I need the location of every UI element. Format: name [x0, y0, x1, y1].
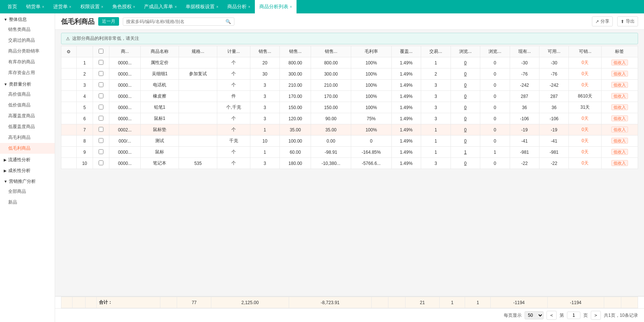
close-icon[interactable]: ×: [216, 5, 218, 9]
select-all-checkbox[interactable]: [99, 49, 103, 54]
sidebar-item-high-margin[interactable]: 高毛利商品: [0, 132, 55, 143]
cell-browse-a[interactable]: 0: [451, 158, 480, 169]
col-spec[interactable]: 规格...: [179, 46, 217, 57]
export-button[interactable]: ⬆ 导出: [617, 16, 638, 26]
sidebar-group-overall[interactable]: ▼ 整体信息: [0, 13, 55, 24]
col-coverage[interactable]: 覆盖...: [391, 46, 421, 57]
col-browse-a[interactable]: 浏览...: [451, 46, 480, 57]
header-actions: ↗ 分享 ⬆ 导出: [592, 16, 638, 26]
cell-checkbox[interactable]: [93, 158, 109, 169]
search-input[interactable]: [126, 19, 225, 24]
col-sale-qty[interactable]: 销售...: [250, 46, 279, 57]
row-checkbox[interactable]: [99, 82, 103, 87]
row-checkbox[interactable]: [99, 60, 103, 65]
sidebar-group-circulation[interactable]: ▶ 流通性分析: [0, 154, 55, 165]
col-browse-b[interactable]: 浏览...: [480, 46, 510, 57]
col-gross-rate[interactable]: 毛利率: [351, 46, 391, 57]
search-icon[interactable]: 🔍: [225, 19, 231, 24]
nav-product-inbound[interactable]: 产成品入库单 ×: [140, 0, 181, 13]
col-saleable[interactable]: 可销...: [569, 46, 601, 57]
cell-checkbox[interactable]: [93, 113, 109, 124]
cell-saleable: 0天: [569, 147, 601, 158]
share-button[interactable]: ↗ 分享: [592, 16, 613, 26]
sidebar-group-cluster[interactable]: ▼ 类群量分析: [0, 78, 55, 89]
sidebar-item-low-value[interactable]: 低价值商品: [0, 100, 55, 111]
row-checkbox[interactable]: [99, 116, 103, 121]
page-size-select[interactable]: 50 100 200: [525, 311, 544, 319]
cell-browse-a[interactable]: 0: [451, 80, 480, 91]
col-code[interactable]: 商...: [109, 46, 141, 57]
col-sale-profit[interactable]: 销售...: [311, 46, 351, 57]
sidebar-item-high-value[interactable]: 高价值商品: [0, 89, 55, 100]
nav-product-analysis-list[interactable]: 商品分析列表 ×: [255, 0, 297, 13]
cell-num: 3: [76, 80, 93, 91]
cell-saleable: 31天: [569, 102, 601, 113]
close-icon[interactable]: ×: [174, 5, 177, 9]
col-sale-amount[interactable]: 销售...: [280, 46, 311, 57]
cell-checkbox[interactable]: [93, 80, 109, 91]
cell-checkbox[interactable]: [93, 147, 109, 158]
cell-checkbox[interactable]: [93, 57, 109, 68]
nav-permission-settings[interactable]: 权限设置 ×: [76, 0, 108, 13]
row-checkbox[interactable]: [99, 149, 103, 154]
cell-browse-a[interactable]: 0: [451, 68, 480, 80]
page-number-input[interactable]: [567, 312, 580, 319]
nav-template-settings[interactable]: 单据模板设置 ×: [181, 0, 223, 13]
close-icon[interactable]: ×: [290, 5, 292, 9]
cell-browse-a[interactable]: 0: [451, 113, 480, 124]
sidebar-item-stocked-products[interactable]: 有库存的商品: [0, 57, 55, 67]
col-setting[interactable]: ⚙: [61, 46, 77, 57]
footer-tag: [621, 297, 638, 308]
cell-checkbox[interactable]: [93, 68, 109, 80]
cell-browse-a[interactable]: 0: [451, 124, 480, 136]
close-icon[interactable]: ×: [42, 5, 44, 9]
cell-browse-a[interactable]: 0: [451, 57, 480, 68]
nav-sales-order[interactable]: 销货单 ×: [22, 0, 49, 13]
col-checkbox[interactable]: [93, 46, 109, 57]
sidebar-item-all-products[interactable]: 全部商品: [0, 186, 55, 197]
row-checkbox[interactable]: [99, 160, 103, 165]
col-name[interactable]: 商品名称: [141, 46, 179, 57]
close-icon[interactable]: ×: [101, 5, 103, 9]
sidebar-item-new-products[interactable]: 新品: [0, 197, 55, 208]
row-checkbox[interactable]: [99, 105, 103, 109]
sidebar-item-low-margin[interactable]: 低毛利商品: [0, 143, 55, 154]
cell-checkbox[interactable]: [93, 102, 109, 113]
sidebar-item-traded-products[interactable]: 交易过的商品: [0, 35, 55, 46]
nav-purchase-order[interactable]: 进货单 ×: [49, 0, 76, 13]
col-tag[interactable]: 标签: [601, 46, 638, 57]
row-checkbox[interactable]: [99, 138, 103, 143]
close-icon[interactable]: ×: [133, 5, 135, 9]
close-icon[interactable]: ×: [69, 5, 71, 9]
next-page-button[interactable]: ＞: [591, 311, 601, 320]
sidebar-group-growth[interactable]: ▶ 成长性分析: [0, 165, 55, 175]
close-icon[interactable]: ×: [248, 5, 250, 9]
footer-empty-setting: [61, 297, 73, 308]
cell-browse-a[interactable]: 1: [451, 147, 480, 158]
nav-role-auth[interactable]: 角色授权 ×: [108, 0, 140, 13]
cell-checkbox[interactable]: [93, 124, 109, 136]
nav-home[interactable]: 首页: [3, 0, 22, 13]
cell-gross-rate: 100%: [351, 80, 391, 91]
cell-browse-a[interactable]: 0: [451, 102, 480, 113]
cell-checkbox[interactable]: [93, 91, 109, 102]
nav-product-analysis[interactable]: 商品分析 ×: [223, 0, 255, 13]
cell-browse-a[interactable]: 0: [451, 136, 480, 147]
col-available[interactable]: 可用...: [539, 46, 569, 57]
sidebar-item-high-coverage[interactable]: 高覆盖度商品: [0, 111, 55, 121]
sidebar-group-marketing[interactable]: ▼ 营销推广分析: [0, 175, 55, 186]
time-filter-button[interactable]: 近一月: [98, 17, 119, 26]
cell-checkbox[interactable]: [93, 136, 109, 147]
row-checkbox[interactable]: [99, 71, 103, 76]
sidebar-item-sales-products[interactable]: 销售类商品: [0, 24, 55, 35]
row-checkbox[interactable]: [99, 93, 103, 98]
row-checkbox[interactable]: [99, 127, 103, 132]
cell-browse-a[interactable]: 0: [451, 91, 480, 102]
col-current[interactable]: 现有...: [510, 46, 539, 57]
sidebar-item-category-rate[interactable]: 商品分类助销率: [0, 46, 55, 57]
col-trade-times[interactable]: 交易...: [421, 46, 451, 57]
prev-page-button[interactable]: ＜: [547, 311, 557, 320]
col-unit[interactable]: 计量...: [217, 46, 250, 57]
sidebar-item-low-coverage[interactable]: 低覆盖度商品: [0, 121, 55, 132]
sidebar-item-inventory-capital[interactable]: 库存资金占用: [0, 67, 55, 78]
